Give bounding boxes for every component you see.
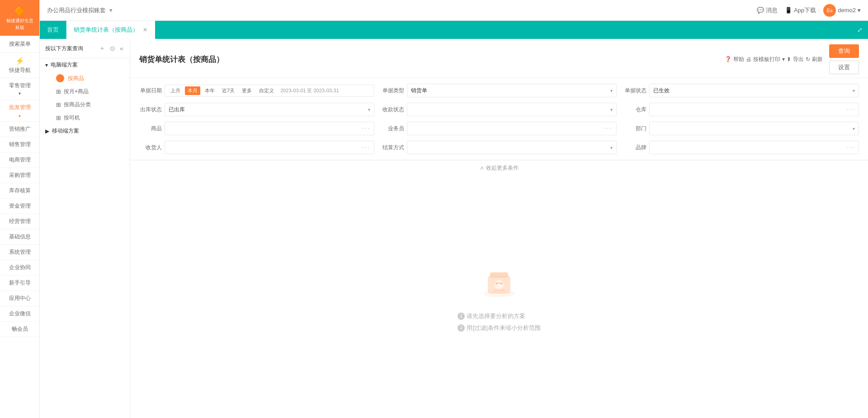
help-btn[interactable]: ❓ 帮助 bbox=[725, 56, 744, 63]
sidebar-item-member[interactable]: 畅会员 bbox=[0, 322, 39, 337]
settings-button[interactable]: 设置 bbox=[829, 61, 859, 74]
sidebar-item-corp-wechat[interactable]: 企业微信 bbox=[0, 306, 39, 322]
receiver-input[interactable]: ··· bbox=[165, 141, 374, 154]
doc-type-value: 销货单 bbox=[411, 87, 427, 95]
edit-scheme-btn[interactable]: ⊙ bbox=[109, 44, 116, 53]
filter-row-2: 出库状态 已出库 ▾ 收款状态 ▾ 仓库 bbox=[139, 103, 859, 116]
add-scheme-btn[interactable]: ＋ bbox=[98, 43, 106, 53]
date-filter-control[interactable]: 上月 本月 本年 近7天 更多 自定义 2023-03-01 至 2023-03… bbox=[165, 85, 374, 97]
brand-input[interactable]: ··· bbox=[649, 141, 859, 154]
filter-doc-type: 单据类型 销货单 ▾ bbox=[382, 84, 617, 97]
tree-item-by-product[interactable]: 按商品 bbox=[51, 71, 130, 85]
app-download-btn[interactable]: 📱 App下载 bbox=[785, 6, 816, 14]
empty-illustration bbox=[476, 260, 522, 305]
doc-type-input[interactable]: 销货单 ▾ bbox=[407, 84, 617, 97]
sidebar-label-marketing: 营销推广 bbox=[9, 125, 31, 133]
sidebar-item-inventory[interactable]: 库存核算 bbox=[0, 183, 39, 199]
goods-input[interactable]: ··· bbox=[165, 122, 374, 135]
query-button[interactable]: 查询 bbox=[829, 44, 859, 58]
tree-item-by-scanner[interactable]: ⊞ 按司机 bbox=[51, 111, 130, 124]
sidebar-item-basic[interactable]: 基础信息 bbox=[0, 229, 39, 245]
sidebar-label-inventory: 库存核算 bbox=[9, 187, 31, 195]
brand-label: 品牌 bbox=[624, 144, 646, 152]
filter-row-1: 单据日期 上月 本月 本年 近7天 更多 自定义 2023-03-01 至 20… bbox=[139, 84, 859, 97]
search-menu-item[interactable]: 搜索菜单 bbox=[0, 36, 39, 53]
app-logo[interactable]: 🔶 畅捷通好生意 标版 bbox=[0, 0, 39, 36]
message-icon: 💬 bbox=[757, 7, 764, 14]
empty-state: 1 请先选择要分析的方案 2 用[过滤]条件来缩小分析范围 bbox=[130, 176, 868, 418]
topbar-left: 办公用品行业模拟账套 ▾ bbox=[47, 6, 113, 14]
filter-warehouse: 仓库 ··· bbox=[624, 103, 859, 116]
dropdown-icon[interactable]: ▾ bbox=[109, 7, 113, 14]
sidebar-label-purchase: 采购管理 bbox=[9, 171, 31, 179]
page-title: 销货单统计表（按商品） bbox=[139, 54, 224, 65]
sidebar-item-quick-nav[interactable]: ⚡ 快捷导航 bbox=[0, 53, 39, 78]
warehouse-label: 仓库 bbox=[624, 106, 646, 114]
salesperson-input[interactable]: ··· bbox=[407, 122, 617, 135]
tree-item-by-category[interactable]: ⊞ 按商品分类 bbox=[51, 98, 130, 111]
collapse-panel-btn[interactable]: « bbox=[119, 44, 124, 53]
doc-type-label: 单据类型 bbox=[382, 87, 404, 95]
sidebar: 🔶 畅捷通好生意 标版 搜索菜单 ⚡ 快捷导航 零售管理 ▾ 批发管理 ▴ 营销… bbox=[0, 0, 40, 418]
sidebar-label-corp-wechat: 企业微信 bbox=[9, 310, 31, 318]
tabs-expand-btn[interactable]: ⤢ bbox=[852, 26, 868, 33]
print-btn[interactable]: 🖨 按模板打印 ▾ bbox=[746, 56, 785, 63]
sidebar-label-wholesale: 批发管理 bbox=[9, 104, 31, 111]
date-btn-this-month[interactable]: 本月 bbox=[185, 86, 200, 95]
tree-item-by-month-product[interactable]: ⊞ 按月+商品 bbox=[51, 85, 130, 98]
left-panel-actions: ＋ ⊙ « bbox=[98, 43, 124, 53]
tab-close-icon[interactable]: ✕ bbox=[143, 27, 147, 33]
date-btn-custom[interactable]: 自定义 bbox=[256, 86, 277, 95]
filter-row-3: 商品 ··· 业务员 ··· 部门 bbox=[139, 122, 859, 135]
payment-method-input[interactable]: ▾ bbox=[407, 141, 617, 154]
collapse-bar[interactable]: ∧ 收起更多条件 bbox=[130, 160, 868, 176]
date-btn-this-year[interactable]: 本年 bbox=[202, 86, 217, 95]
department-dropdown-icon: ▾ bbox=[853, 126, 855, 131]
out-status-dropdown-icon: ▾ bbox=[368, 107, 370, 112]
sidebar-item-purchase[interactable]: 采购管理 bbox=[0, 168, 39, 183]
sidebar-item-retail[interactable]: 零售管理 ▾ bbox=[0, 78, 39, 100]
sidebar-item-system[interactable]: 系统管理 bbox=[0, 245, 39, 260]
sidebar-item-ecommerce[interactable]: 电商管理 bbox=[0, 152, 39, 168]
payment-status-input[interactable]: ▾ bbox=[407, 103, 617, 116]
sidebar-item-app-center[interactable]: 应用中心 bbox=[0, 291, 39, 306]
svg-rect-2 bbox=[490, 272, 508, 278]
export-btn[interactable]: ⬆ 导出 bbox=[787, 56, 804, 63]
refresh-icon: ↻ bbox=[806, 56, 810, 62]
date-btn-last-month[interactable]: 上月 bbox=[168, 86, 183, 95]
filter-doc-status: 单据状态 已生效 ▾ bbox=[624, 84, 859, 97]
tree-group-mobile[interactable]: ▶ 移动端方案 bbox=[40, 124, 130, 138]
sidebar-item-sales[interactable]: 销售管理 bbox=[0, 137, 39, 152]
tab-home-label: 首页 bbox=[47, 26, 59, 34]
left-panel-header: 按以下方案查询 ＋ ⊙ « bbox=[40, 39, 130, 58]
sidebar-item-finance[interactable]: 资金管理 bbox=[0, 199, 39, 214]
sidebar-item-operations[interactable]: 经营管理 bbox=[0, 214, 39, 229]
date-btn-more[interactable]: 更多 bbox=[239, 86, 255, 95]
sidebar-item-marketing[interactable]: 营销推广 bbox=[0, 122, 39, 137]
warehouse-input[interactable]: ··· bbox=[649, 103, 859, 116]
message-btn[interactable]: 💬 消息 bbox=[757, 6, 778, 14]
tab-sales-stat[interactable]: 销货单统计表（按商品） ✕ bbox=[66, 21, 155, 39]
tree-group-pc[interactable]: ▾ 电脑端方案 bbox=[40, 58, 130, 71]
refresh-btn[interactable]: ↻ 刷新 bbox=[806, 56, 823, 63]
scanner-icon: ⊞ bbox=[56, 114, 61, 121]
department-input[interactable]: ▾ bbox=[649, 122, 859, 135]
date-range-text: 2023-03-01 至 2023-03-31 bbox=[280, 87, 339, 94]
sidebar-item-enterprise[interactable]: 企业协同 bbox=[0, 260, 39, 276]
tree-group-pc-label: 电脑端方案 bbox=[51, 61, 78, 69]
tree-item-by-month-product-label: 按月+商品 bbox=[64, 88, 89, 95]
tab-home[interactable]: 首页 bbox=[40, 21, 66, 39]
message-label: 消息 bbox=[766, 6, 778, 14]
doc-status-input[interactable]: 已生效 ▾ bbox=[649, 84, 859, 97]
content-area: 按以下方案查询 ＋ ⊙ « ▾ 电脑端方案 按商品 ⊞ 按月+商品 bbox=[40, 39, 868, 418]
export-icon: ⬆ bbox=[787, 56, 791, 62]
export-label: 导出 bbox=[793, 56, 804, 63]
out-status-input[interactable]: 已出库 ▾ bbox=[165, 103, 374, 116]
date-btn-7days[interactable]: 近7天 bbox=[219, 86, 237, 95]
left-panel-title: 按以下方案查询 bbox=[45, 45, 83, 52]
department-label: 部门 bbox=[624, 125, 646, 133]
sidebar-item-wholesale[interactable]: 批发管理 ▴ bbox=[0, 100, 39, 122]
doc-status-value: 已生效 bbox=[653, 87, 670, 95]
sidebar-item-guide[interactable]: 新手引导 bbox=[0, 276, 39, 291]
user-menu[interactable]: Ea demo2 ▾ bbox=[823, 4, 861, 17]
